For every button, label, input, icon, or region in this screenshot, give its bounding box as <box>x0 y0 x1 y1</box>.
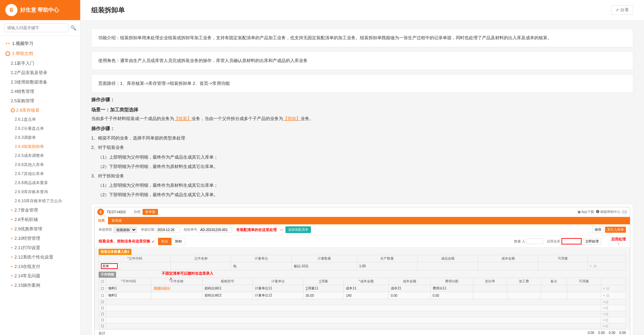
step2: 2、对于组装业务 <box>91 144 633 151</box>
sidebar-item-costadjust[interactable]: 2.6.5成本调整单 <box>0 151 80 160</box>
sw-ur1-copy-icon[interactable]: ⊡ <box>594 264 596 268</box>
sidebar-item-purchase[interactable]: 2.5采购管理 <box>0 96 80 106</box>
sw-ann3-arrow: ↑ <box>618 242 620 246</box>
sw-lr2-process <box>507 292 541 299</box>
collapse-icon: − <box>5 51 10 56</box>
sw-field-order: 组拆单号 <box>184 227 232 233</box>
sidebar-item-inventory[interactable]: − 2.6库存核算 <box>0 106 80 115</box>
sw-submit-btn[interactable]: 其它入库单 <box>605 227 626 233</box>
sw-lr2-copy[interactable]: ⊡ <box>606 294 609 297</box>
sw-footer-space <box>109 331 584 335</box>
sw-date-input[interactable] <box>156 227 180 233</box>
link-disassembly[interactable]: 【拆卸】 <box>283 116 301 121</box>
steps-title: 操作步骤： <box>91 126 633 132</box>
sw-lr2-alloc: 0.00 <box>430 292 473 299</box>
sw-field-date: 单据日期 <box>141 227 180 233</box>
app-logo: 6 <box>5 4 17 16</box>
sidebar-item-cases[interactable]: + 2.15操作案例 <box>0 281 80 290</box>
sw-save-btn[interactable]: 保存 <box>592 226 604 233</box>
sidebar-item-videos[interactable]: + 1.视频学习 <box>0 39 80 49</box>
sidebar-item-stocktake2[interactable]: 2.6.2分量盘点单 <box>0 124 80 133</box>
step3-1: （1）上部明细为父件明细，最终作为原材料生成其它出库单； <box>91 182 633 189</box>
sw-tab-disassembly[interactable]: 拆卸 <box>171 238 185 245</box>
ops-section: 操作步骤： 场景一：加工类型选择 当由多个子件材料组装成一个成品的业务为【组装】… <box>91 97 633 199</box>
sw-enable-section: 启用仓库 立即处理 <box>547 238 601 245</box>
sw-upper-label: 组装业务数量入数1 <box>99 249 131 255</box>
sw-footer-v3: 0.00 <box>609 331 615 335</box>
sw-select-bill-btn[interactable]: 选择装配清单 <box>285 226 311 233</box>
sw-qty-input[interactable] <box>527 238 543 244</box>
sw-upper-table: *父件代码 父件名称 计量单位 计量数量 生产数量 成品金额 成本金额 可用量 <box>99 255 626 270</box>
sw-lr1-process <box>507 285 541 292</box>
sw-lth-spec: 规格型号 <box>202 278 253 285</box>
sw-ur1-avail <box>538 262 587 270</box>
sw-uth-name: 父件名称 <box>171 255 231 262</box>
inv-collapse-icon: − <box>11 108 15 112</box>
sidebar-item-stockbookerror[interactable]: 2.6.10库存账本错了怎么办 <box>0 197 80 206</box>
sw-lr2-unit: 计量单位12 <box>253 292 304 299</box>
sw-lr2-del[interactable]: × <box>603 294 605 297</box>
sw-lr1-unit: 计量单位11 <box>253 285 304 292</box>
sidebar-item-helpdoc[interactable]: − 2.帮助文档 <box>0 49 80 59</box>
sw-ur1-del-icon[interactable]: × <box>590 264 592 268</box>
sidebar-item-print[interactable]: + 2.11打印设置 <box>0 243 80 253</box>
sidebar-item-coupon[interactable]: + 2.9优惠券管理 <box>0 224 80 234</box>
sw-tab-assembly[interactable]: 组装 <box>158 238 171 245</box>
sidebar-item-costrecompute[interactable]: 2.6.8商品成本重算 <box>0 178 80 187</box>
sidebar-item-personalize[interactable]: + 2.12系统个性化设置 <box>0 253 80 262</box>
sidebar-item-sales[interactable]: 2.4销售管理 <box>0 87 80 96</box>
sw-lr1-del[interactable]: × <box>603 287 605 290</box>
sidebar-item-install[interactable]: 2.2产品安装及登录 <box>0 68 80 77</box>
sidebar-item-finance[interactable]: + 2.7资金管理 <box>0 206 80 215</box>
sw-nav-ziran: 自然 <box>134 210 141 214</box>
sw-title-id: TEST-H002 <box>107 210 126 214</box>
sw-ann3-text: 启用处理 <box>611 237 626 242</box>
ops-title: 操作步骤： <box>91 97 633 103</box>
sw-uth-avail: 可用量 <box>538 255 587 262</box>
intro-card: 功能介绍：组装拆卸单用来处理企业组装或拆卸等加工业务，支持有固定装配清单的产品加… <box>91 29 633 47</box>
sw-ur1-code-input[interactable] <box>101 263 118 269</box>
sidebar-item-payment[interactable]: + 2.13在线支付 <box>0 262 80 271</box>
sw-lth-qty: 计量单位 <box>253 278 304 285</box>
search-input[interactable] <box>4 23 68 32</box>
sw-ann4-text: 不固定清单可以随时在这里录入 <box>162 271 213 276</box>
sw-lr1-copy[interactable]: ⊡ <box>606 287 609 290</box>
sw-right-actions: 保存 其它入库单 <box>592 226 626 233</box>
sw-ur1-costamt <box>478 262 538 270</box>
scene1-desc: 当由多个子件材料组装成一个成品的业务为【组装】业务，当由一个父件拆分成多个子产品… <box>91 115 633 122</box>
sidebar-item-otheroutbound[interactable]: 2.6.7其他出库单 <box>0 169 80 178</box>
link-assembly[interactable]: 【组装】 <box>174 116 192 121</box>
sidebar-item-otherinbound[interactable]: 2.6.6其他入库单 <box>0 160 80 169</box>
step2-2: （2）下部明细为子件明细，最终作为原材料生成其它出库单。 <box>91 163 633 170</box>
sw-order-input[interactable] <box>199 227 232 233</box>
sw-uth-prodqty: 生产数量 <box>357 255 417 262</box>
sidebar-header: 6 好生意 帮助中心 <box>0 0 80 20</box>
sw-uth-unit: 计量单位 <box>231 255 291 262</box>
sidebar-item-assembly[interactable]: 2.6.4组装拆卸单 <box>0 142 80 151</box>
sidebar-item-newuser[interactable]: 2.1新手入门 <box>0 59 80 68</box>
sw-lr1-spec: 损耗比例11 <box>202 285 253 292</box>
sw-lth-rate: 划分率 <box>473 278 507 285</box>
sidebar-item-stocktake[interactable]: 2.6.1盘点单 <box>0 115 80 124</box>
sw-type-select[interactable]: 组装拆卸 <box>113 227 137 233</box>
search-bar: 🔍 <box>0 20 80 36</box>
search-icon[interactable]: 🔍 <box>70 25 76 31</box>
sidebar-item-dataprep[interactable]: 2.3使用前数据准备 <box>0 77 80 87</box>
sw-ur1-unit: 包 <box>231 262 291 270</box>
sw-lr1-cb: ☐ <box>99 285 106 292</box>
sw-lr2-cost: 0.00 <box>389 292 431 299</box>
sw-confirm-btn[interactable]: 立即处理 <box>583 238 601 245</box>
share-button[interactable]: ↗ 分享 <box>611 5 633 15</box>
sidebar-item-transfer[interactable]: 2.6.3调拨单 <box>0 133 80 142</box>
sw-warehouse-input[interactable] <box>561 238 582 244</box>
sidebar-item-mgmt[interactable]: + 2.10经营管理 <box>0 234 80 243</box>
sw-lr4: ☐×⊡ <box>99 305 626 311</box>
sidebar-item-mobile[interactable]: + 2.8手机旺铺 <box>0 215 80 224</box>
sidebar-item-stockbook[interactable]: 2.6.9库存账本查询 <box>0 187 80 197</box>
sw-type-label: 单据类型 <box>99 227 112 232</box>
sw-footer-v2: 0.00 <box>598 331 605 335</box>
sidebar-item-faq[interactable]: + 2.14常见问题 <box>0 271 80 281</box>
sw-toolbar2: 组装业务、拆卸业务在这里切换 ↙ 组装 拆卸 数量 入 启用仓库 立即处 <box>95 235 630 247</box>
sw-qty-section: 数量 入 <box>514 238 543 244</box>
sw-lth-code: *子件代码 <box>106 278 151 285</box>
